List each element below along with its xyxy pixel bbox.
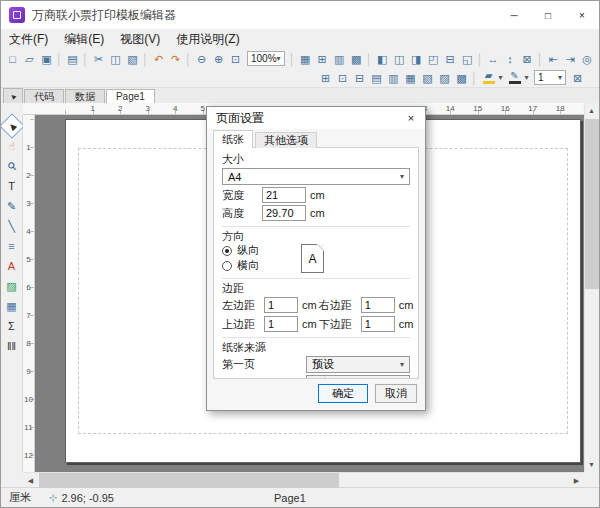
line-color-dropdown-icon[interactable]: ▾ xyxy=(522,73,531,82)
border-vertical-icon[interactable]: ▥ xyxy=(385,70,402,86)
dialog-close-button[interactable]: × xyxy=(397,107,425,129)
menu-item[interactable]: 使用说明(Z) xyxy=(168,31,247,48)
paper-source-select[interactable]: 预设 ▾ xyxy=(306,356,410,373)
paper-source-heading: 纸张来源 xyxy=(222,341,410,354)
fill-color-button[interactable]: ▰ xyxy=(481,71,496,84)
align-center-icon[interactable]: ◫ xyxy=(391,51,408,67)
pointer-icon: ▲ xyxy=(6,89,21,104)
toolbar-separator: │ xyxy=(288,51,297,67)
minimize-button[interactable]: ─ xyxy=(497,1,531,29)
paste-icon[interactable]: ▧ xyxy=(124,51,141,67)
barcode-tool-icon[interactable]: ‖‖ xyxy=(3,337,21,355)
fill-color-dropdown-icon[interactable]: ▾ xyxy=(496,73,505,82)
border-diagonal-icon[interactable]: ▧ xyxy=(419,70,436,86)
align-bottom-icon[interactable]: ◱ xyxy=(459,51,476,67)
border-outer-icon[interactable]: ⊡ xyxy=(334,70,351,86)
scroll-right-icon[interactable]: ▶ xyxy=(569,473,584,488)
ruler-number: 2 xyxy=(23,161,34,189)
document-tab[interactable]: 代码 xyxy=(24,89,64,103)
margin-input[interactable] xyxy=(264,297,298,313)
portrait-label: 纵向 xyxy=(237,243,259,258)
align-middle-icon[interactable]: ⊟ xyxy=(442,51,459,67)
table-tool-icon[interactable]: ▦ xyxy=(3,297,21,315)
same-height-icon[interactable]: ↕ xyxy=(502,51,519,67)
cancel-button[interactable]: 取消 xyxy=(375,384,417,403)
close-button[interactable]: × xyxy=(565,1,599,29)
horizontal-scroll-thumb[interactable] xyxy=(39,473,339,488)
center-horizontal-icon[interactable]: ◎ xyxy=(579,51,596,67)
border-diagonal-up-icon[interactable]: ▨ xyxy=(436,70,453,86)
new-icon[interactable]: □ xyxy=(4,51,21,67)
align-left-icon[interactable]: ◧ xyxy=(374,51,391,67)
line-color-button[interactable]: ✎ xyxy=(507,71,522,84)
paper-size-select[interactable]: A4 ▾ xyxy=(222,168,410,185)
grid-icon[interactable]: ▦ xyxy=(297,51,314,67)
pointer-tab[interactable]: ▲ xyxy=(3,88,23,103)
border-horizontal-icon[interactable]: ▤ xyxy=(368,70,385,86)
dialog-tab[interactable]: 其他选项 xyxy=(255,132,317,148)
show-guides-icon[interactable]: ▥ xyxy=(331,51,348,67)
pen-tool-icon[interactable]: ✎ xyxy=(3,197,21,215)
image-tool-icon[interactable]: ▨ xyxy=(3,277,21,295)
copy-icon[interactable]: ◫ xyxy=(107,51,124,67)
text-tool-icon[interactable]: T xyxy=(3,177,21,195)
open-icon[interactable]: ▱ xyxy=(21,51,38,67)
snap-objects-icon[interactable]: ▩ xyxy=(348,51,365,67)
ok-button[interactable]: 确定 xyxy=(318,384,368,403)
save-icon[interactable]: ▣ xyxy=(38,51,55,67)
height-input[interactable] xyxy=(262,205,306,221)
border-none-icon[interactable]: ▩ xyxy=(453,70,470,86)
cut-icon[interactable]: ✂ xyxy=(90,51,107,67)
scroll-up-icon[interactable]: ▲ xyxy=(584,103,599,118)
dialog-tab[interactable]: 纸张 xyxy=(213,130,253,148)
border-inner-icon[interactable]: ⊟ xyxy=(351,70,368,86)
zoom-out-icon[interactable]: ⊖ xyxy=(193,51,210,67)
vertical-scroll-thumb[interactable] xyxy=(585,119,600,289)
ruler-number: 9 xyxy=(23,357,34,385)
space-horizontal-icon[interactable]: ⇤ xyxy=(545,51,562,67)
snap-grid-icon[interactable]: ⊞ xyxy=(314,51,331,67)
landscape-radio[interactable]: 横向 xyxy=(222,259,259,272)
clear-format-icon[interactable]: ⊠ xyxy=(569,70,586,86)
menu-item[interactable]: 视图(V) xyxy=(112,31,168,48)
scroll-left-icon[interactable]: ◀ xyxy=(23,473,38,488)
border-all-icon[interactable]: ⊞ xyxy=(317,70,334,86)
select-tool-icon[interactable]: ▲ xyxy=(0,113,24,138)
margins-group: 边距 左边距 cm 右边距 cm 上边距 cm 下边距 xyxy=(222,278,410,332)
document-tab[interactable]: Page1 xyxy=(106,89,155,103)
paper-fold-icon xyxy=(317,244,324,251)
horizontal-scrollbar[interactable]: ◀ ▶ xyxy=(23,472,584,487)
menu-item[interactable]: 编辑(E) xyxy=(56,31,112,48)
label-tool-icon[interactable]: A xyxy=(3,257,21,275)
document-tab[interactable]: 数据 xyxy=(65,89,105,103)
formula-tool-icon[interactable]: Σ xyxy=(3,317,21,335)
print-icon[interactable]: ▤ xyxy=(64,51,81,67)
line-width-combo[interactable]: 1 ▾ xyxy=(534,70,566,85)
menu-item[interactable]: 文件(F) xyxy=(1,31,56,48)
align-top-icon[interactable]: ◰ xyxy=(425,51,442,67)
zoom-tool-icon[interactable]: ⚲ xyxy=(0,153,24,178)
line-tool-icon[interactable]: ╲ xyxy=(3,217,21,235)
ruler-number: 4 xyxy=(162,103,190,114)
redo-icon[interactable]: ↷ xyxy=(167,51,184,67)
undo-icon[interactable]: ↶ xyxy=(150,51,167,67)
margin-input[interactable] xyxy=(361,316,395,332)
margin-input[interactable] xyxy=(264,316,298,332)
chevron-down-icon: ▾ xyxy=(400,360,404,369)
zoom-area-icon[interactable]: ⊡ xyxy=(227,51,244,67)
center-vertical-icon[interactable]: ◉ xyxy=(596,51,600,67)
scroll-down-icon[interactable]: ▼ xyxy=(584,457,599,472)
zoom-level-combo[interactable]: 100% ▾ xyxy=(247,51,285,66)
zoom-in-icon[interactable]: ⊕ xyxy=(210,51,227,67)
same-width-icon[interactable]: ↔ xyxy=(485,51,502,67)
space-vertical-icon[interactable]: ⇥ xyxy=(562,51,579,67)
paragraph-tool-icon[interactable]: ≡ xyxy=(3,237,21,255)
maximize-button[interactable]: □ xyxy=(531,1,565,29)
border-grid-icon[interactable]: ▦ xyxy=(402,70,419,86)
same-size-icon[interactable]: ⊠ xyxy=(519,51,536,67)
portrait-radio[interactable]: 纵向 xyxy=(222,244,259,257)
margin-input[interactable] xyxy=(361,297,395,313)
align-right-icon[interactable]: ◨ xyxy=(408,51,425,67)
width-input[interactable] xyxy=(262,187,306,203)
vertical-scrollbar[interactable]: ▲ ▼ xyxy=(584,103,599,472)
